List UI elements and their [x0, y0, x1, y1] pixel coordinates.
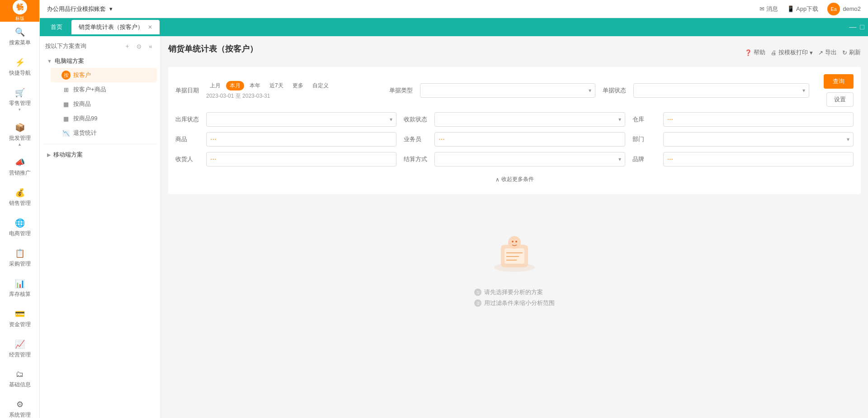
- product-filter: 商品 ···: [175, 132, 396, 147]
- home-tab-label: 首页: [51, 23, 62, 31]
- document-type-arrow: ▾: [589, 87, 591, 94]
- recipient-input[interactable]: ···: [206, 152, 396, 166]
- tree-node-return-stats[interactable]: 📉 退货统计: [51, 126, 157, 140]
- tab-home[interactable]: 首页: [43, 20, 70, 34]
- sidebar-item-wholesale[interactable]: 📦 批发管理 ▲: [0, 117, 40, 152]
- desktop-children: 按 按客户 ⊞ 按客户+商品 ▦ 按商品 ▦ 按商品99: [43, 68, 157, 140]
- department-label: 部门: [632, 135, 660, 143]
- document-status-select[interactable]: ▾: [633, 83, 809, 98]
- collapse-panel-button[interactable]: «: [146, 42, 155, 51]
- sidebar-item-label: 批发管理: [9, 134, 31, 142]
- help-label: 帮助: [754, 48, 765, 57]
- sidebar-item-label: 零售管理: [9, 100, 31, 107]
- collapse-more-conditions[interactable]: ∧ 收起更多条件: [175, 172, 854, 187]
- refresh-icon: ⊙: [137, 43, 142, 50]
- tree-node-mobile[interactable]: ▶ 移动端方案: [43, 148, 157, 162]
- warehouse-input[interactable]: ···: [663, 112, 854, 127]
- brand-input[interactable]: ···: [663, 152, 854, 166]
- date-tab-custom[interactable]: 自定义: [309, 81, 332, 90]
- tree-node-by-product99[interactable]: ▦ 按商品99: [51, 111, 157, 126]
- sidebar-item-retail[interactable]: 🛒 零售管理 ▾: [0, 82, 40, 117]
- tip-text-2: 用过滤条件来缩小分析范围: [484, 299, 555, 307]
- sidebar-item-search[interactable]: 🔍 搜索菜单: [0, 22, 40, 52]
- print-button[interactable]: 🖨 按模板打印 ▾: [771, 48, 813, 57]
- minimize-icon[interactable]: —: [849, 23, 856, 31]
- out-status-arrow: ▾: [390, 116, 392, 123]
- svg-point-4: [512, 241, 514, 242]
- date-tab-7days[interactable]: 近7天: [266, 81, 287, 90]
- tree-node-desktop[interactable]: ▼ 电脑端方案: [43, 54, 157, 68]
- logo-subtitle: 标版: [15, 15, 24, 22]
- print-dropdown-icon: ▾: [810, 49, 813, 56]
- receipt-status-select[interactable]: ▾: [434, 112, 625, 127]
- left-panel-title: 按以下方案查询: [45, 42, 86, 50]
- sidebar-item-sales[interactable]: 💰 销售管理: [0, 182, 40, 213]
- tree-node-by-product[interactable]: ▦ 按商品: [51, 97, 157, 111]
- payment-method-select[interactable]: ▾: [434, 152, 625, 166]
- sidebar-item-label: 电商管理: [9, 230, 31, 238]
- close-tab-icon[interactable]: ✕: [148, 24, 152, 30]
- sidebar-item-ecommerce[interactable]: 🌐 电商管理: [0, 213, 40, 243]
- document-type-select[interactable]: ▾: [420, 83, 596, 98]
- help-button[interactable]: ❓ 帮助: [745, 48, 765, 57]
- recipient-label: 收货人: [175, 155, 203, 163]
- user-profile[interactable]: Ea demo2: [827, 3, 861, 15]
- user-name: demo2: [843, 5, 861, 12]
- payment-method-arrow: ▾: [618, 156, 621, 162]
- system-name-area[interactable]: 办公用品行业模拟账套 ▾: [47, 5, 113, 13]
- receipt-status-filter: 收款状态 ▾: [404, 112, 625, 127]
- export-icon: ↗: [818, 49, 823, 56]
- purchase-icon: 📋: [15, 248, 25, 258]
- message-button[interactable]: ✉ 消息: [760, 5, 778, 13]
- sidebar-item-basic[interactable]: 🗂 基础信息: [0, 364, 40, 394]
- tab-sales-stats[interactable]: 销货单统计表（按客户） ✕: [71, 20, 160, 34]
- message-icon: ✉: [760, 5, 764, 12]
- finance-icon: 💳: [15, 309, 25, 319]
- sidebar-item-purchase[interactable]: 📋 采购管理: [0, 243, 40, 273]
- refresh-scheme-button[interactable]: ⊙: [134, 42, 143, 51]
- out-status-select[interactable]: ▾: [206, 112, 396, 127]
- settings-button[interactable]: 设置: [826, 92, 854, 107]
- sidebar-item-operation[interactable]: 📈 经营管理: [0, 334, 40, 364]
- date-tab-more[interactable]: 更多: [289, 81, 307, 90]
- app-logo[interactable]: 畅 标版: [0, 0, 40, 22]
- ecommerce-icon: 🌐: [15, 218, 25, 228]
- refresh-button[interactable]: ↻ 刷新: [842, 48, 861, 57]
- export-label: 导出: [825, 48, 837, 57]
- date-tab-this-year[interactable]: 本年: [246, 81, 264, 90]
- filter-row-3: 商品 ··· 业务员 ··· 部门: [175, 132, 854, 147]
- product-input[interactable]: ···: [206, 132, 396, 147]
- date-tab-last-month[interactable]: 上月: [206, 81, 224, 90]
- retail-icon: 🛒: [15, 88, 25, 98]
- filter-row-4: 收货人 ··· 结算方式 ▾ 品牌: [175, 152, 854, 166]
- svg-point-3: [508, 236, 521, 249]
- page-header: 销货单统计表（按客户） ❓ 帮助 🖨 按模板打印 ▾ ↗ 导出: [168, 43, 861, 62]
- warehouse-label: 仓库: [632, 115, 660, 124]
- sidebar-item-inventory[interactable]: 📊 库存核算: [0, 273, 40, 304]
- print-label: 按模板打印: [778, 48, 808, 57]
- app-download-button[interactable]: 📱 App下载: [787, 5, 818, 13]
- receipt-status-label: 收款状态: [404, 115, 431, 124]
- salesperson-input[interactable]: ···: [434, 132, 625, 147]
- sidebar-item-system[interactable]: ⚙ 系统管理: [0, 394, 40, 418]
- department-arrow: ▾: [847, 136, 849, 142]
- by-customer-label: 按客户: [73, 71, 91, 79]
- recipient-filter: 收货人 ···: [175, 152, 396, 166]
- logo-icon: 畅: [13, 0, 27, 14]
- add-scheme-button[interactable]: ＋: [123, 42, 132, 51]
- tree-divider: [43, 144, 157, 144]
- query-button[interactable]: 查询: [824, 74, 854, 89]
- tree-arrow-mobile: ▶: [47, 152, 51, 158]
- maximize-icon[interactable]: □: [860, 23, 864, 31]
- by-product99-icon: ▦: [61, 114, 71, 123]
- department-select[interactable]: ▾: [663, 132, 854, 147]
- tree-node-by-customer[interactable]: 按 按客户: [51, 68, 157, 82]
- sidebar-item-finance[interactable]: 💳 资金管理: [0, 304, 40, 334]
- tree-node-by-customer-product[interactable]: ⊞ 按客户+商品: [51, 82, 157, 97]
- document-type-label: 单据类型: [389, 86, 416, 95]
- dropdown-arrow-icon: ▾: [109, 5, 113, 12]
- export-button[interactable]: ↗ 导出: [818, 48, 837, 57]
- sidebar-item-quick-nav[interactable]: ⚡ 快捷导航: [0, 52, 40, 82]
- date-tab-this-month[interactable]: 本月: [226, 81, 244, 90]
- sidebar-item-marketing[interactable]: 📣 营销推广: [0, 152, 40, 182]
